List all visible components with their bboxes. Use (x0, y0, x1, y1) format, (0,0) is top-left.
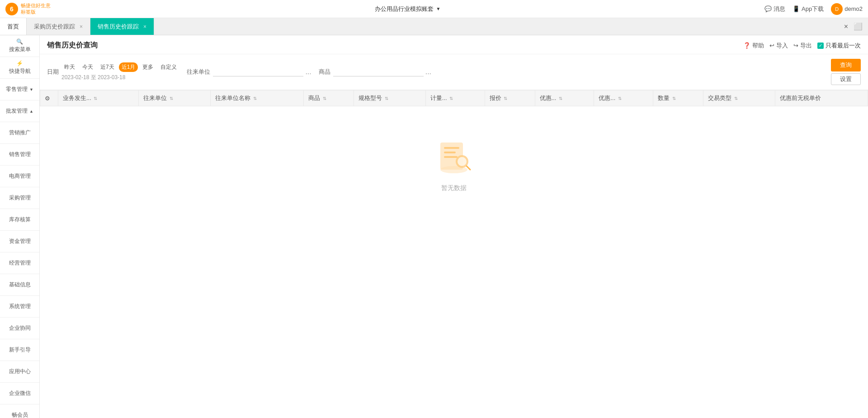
sort-icon-spec: ⇅ (385, 96, 388, 101)
purchase-tab-label: 采购历史价跟踪 (34, 23, 75, 31)
goods-dots-btn[interactable]: ... (425, 68, 431, 76)
sidebar-item-finance[interactable]: 资金管理 (0, 231, 39, 252)
svg-point-6 (458, 157, 467, 166)
import-icon: ↩ (769, 42, 774, 49)
table-col-discount1[interactable]: 优惠... ⇅ (535, 90, 594, 106)
sort-icon-goods: ⇅ (323, 96, 326, 101)
date-btn-1month[interactable]: 近1月 (119, 62, 138, 72)
sidebar-item-ecommerce[interactable]: 电商管理 (0, 166, 39, 187)
only-last-checkbox[interactable]: ✓ 只看最后一次 (817, 42, 861, 50)
svg-rect-4 (444, 156, 458, 158)
sidebar-item-sales-mgmt[interactable]: 销售管理 (0, 144, 39, 166)
sort-icon-unit: ⇅ (449, 96, 453, 101)
top-bar-right: 💬 消息 📱 App下载 D demo2 (764, 3, 863, 15)
settings-button[interactable]: 设置 (831, 73, 861, 85)
table-col-trade-type[interactable]: 交易类型 ⇅ (703, 90, 775, 106)
sidebar-item-marketing[interactable]: 营销推广 (0, 122, 39, 144)
sort-icon-quantity: ⇅ (672, 96, 676, 101)
message-btn[interactable]: 💬 消息 (764, 5, 785, 13)
message-icon: 💬 (764, 5, 772, 12)
partner-dots-btn[interactable]: ... (305, 68, 311, 76)
export-btn[interactable]: ↪ 导出 (793, 42, 812, 50)
date-btn-custom[interactable]: 自定义 (158, 62, 179, 72)
app-selector-arrow: ▼ (436, 6, 441, 11)
sort-icon-quote: ⇅ (504, 96, 507, 101)
date-btn-7days[interactable]: 近7天 (98, 62, 117, 72)
sidebar-item-basic[interactable]: 基础信息 (0, 274, 39, 296)
sort-icon-biz-date: ⇅ (94, 96, 97, 101)
main-area: 🔍 搜索菜单 ⚡ 快捷导航 零售管理 ▼ 批发管理 ▲ 营销推广 销售管理 电商… (0, 35, 868, 418)
table-col-settings[interactable]: ⚙ (40, 90, 58, 106)
table-col-goods[interactable]: 商品 ⇅ (304, 90, 354, 106)
sidebar-item-wholesale[interactable]: 批发管理 ▲ (0, 100, 39, 122)
table-col-quote[interactable]: 报价 ⇅ (485, 90, 535, 106)
tab-home[interactable]: 首页 (0, 18, 27, 35)
app-selector[interactable]: 办公用品行业模拟账套 ▼ (375, 5, 441, 13)
logo-icon: 6 (5, 3, 18, 15)
sidebar-item-wechat[interactable]: 企业微信 (0, 383, 39, 404)
goods-input[interactable] (333, 67, 424, 76)
goods-label: 商品 (319, 68, 330, 76)
purchase-tab-close[interactable]: × (80, 24, 83, 30)
home-tab-label: 首页 (7, 23, 19, 31)
date-btn-yesterday[interactable]: 昨天 (61, 62, 78, 72)
date-btn-today[interactable]: 今天 (80, 62, 96, 72)
tab-sales[interactable]: 销售历史价跟踪 × (90, 18, 154, 35)
user-area[interactable]: D demo2 (831, 3, 863, 15)
table-col-partner-code[interactable]: 往来单位 ⇅ (139, 90, 211, 106)
table-col-biz-date[interactable]: 业务发生... ⇅ (58, 90, 139, 106)
svg-rect-2 (444, 147, 459, 149)
top-bar: 6 畅捷信好生意 标签版 办公用品行业模拟账套 ▼ 💬 消息 📱 App下载 D… (0, 0, 868, 18)
page-header: 销售历史价查询 ❓ 帮助 ↩ 导入 ↪ 导出 ✓ 只看最后一次 (40, 35, 868, 54)
table-col-unit[interactable]: 计量... ⇅ (425, 90, 485, 106)
sort-icon-partner-code: ⇅ (170, 96, 173, 101)
table-col-no-tax-price[interactable]: 优惠前无税单价 (775, 90, 868, 106)
wholesale-arrow: ▲ (29, 109, 33, 114)
table-col-partner-name[interactable]: 往来单位名称 ⇅ (211, 90, 304, 106)
tab-fullscreen-btn[interactable]: ⬜ (854, 22, 863, 31)
sidebar-item-system[interactable]: 系统管理 (0, 296, 39, 318)
logo-area: 6 畅捷信好生意 标签版 (5, 3, 51, 15)
tab-purchase[interactable]: 采购历史价跟踪 × (27, 18, 90, 35)
sidebar-item-inventory[interactable]: 库存核算 (0, 209, 39, 231)
app-download-btn[interactable]: 📱 App下载 (793, 5, 824, 13)
help-icon: ❓ (743, 42, 750, 49)
sidebar-item-vip[interactable]: 畅会员 (0, 404, 39, 418)
date-btn-more[interactable]: 更多 (140, 62, 156, 72)
table-col-discount2[interactable]: 优惠... ⇅ (594, 90, 653, 106)
data-table: ⚙ 业务发生... ⇅ 往来单位 ⇅ 往来单位名称 ⇅ (40, 90, 868, 106)
sidebar-item-purchase-mgmt[interactable]: 采购管理 (0, 187, 39, 209)
sort-icon-discount2: ⇅ (618, 96, 622, 101)
tab-close-all-btn[interactable]: × (844, 23, 848, 31)
goods-filter-group: 商品 ... (319, 67, 431, 76)
tab-bar: 首页 采购历史价跟踪 × 销售历史价跟踪 × × ⬜ (0, 18, 868, 35)
tab-bar-actions: × ⬜ (839, 18, 868, 35)
partner-label: 往来单位 (187, 68, 210, 76)
avatar: D (831, 3, 843, 15)
import-btn[interactable]: ↩ 导入 (769, 42, 788, 50)
table-header-row: ⚙ 业务发生... ⇅ 往来单位 ⇅ 往来单位名称 ⇅ (40, 90, 868, 106)
page-title: 销售历史价查询 (47, 41, 98, 50)
date-filter-group: 日期 昨天 今天 近7天 近1月 更多 自定义 2023-02-18 至 202… (47, 62, 179, 81)
sidebar-item-app-center[interactable]: 应用中心 (0, 361, 39, 383)
sidebar-item-shortcut[interactable]: ⚡ 快捷导航 (0, 57, 39, 79)
date-range-display: 2023-02-18 至 2023-03-18 (61, 74, 179, 81)
table-col-quantity[interactable]: 数量 ⇅ (653, 90, 703, 106)
sidebar-item-operations[interactable]: 经营管理 (0, 252, 39, 274)
table-col-spec[interactable]: 规格型号 ⇅ (354, 90, 426, 106)
search-icon: 🔍 (16, 38, 23, 45)
sidebar-item-corp[interactable]: 企业协同 (0, 318, 39, 339)
goods-input-wrap: ... (333, 67, 431, 76)
sidebar-item-guide[interactable]: 新手引导 (0, 339, 39, 361)
sidebar-item-search[interactable]: 🔍 搜索菜单 (0, 35, 39, 57)
sidebar-item-retail[interactable]: 零售管理 ▼ (0, 79, 39, 100)
filter-actions: 查询 设置 (831, 59, 861, 85)
help-btn[interactable]: ❓ 帮助 (743, 42, 764, 50)
sidebar: 🔍 搜索菜单 ⚡ 快捷导航 零售管理 ▼ 批发管理 ▲ 营销推广 销售管理 电商… (0, 35, 40, 418)
empty-icon (431, 133, 476, 179)
query-button[interactable]: 查询 (831, 59, 861, 71)
sales-tab-close[interactable]: × (143, 24, 146, 30)
empty-text: 暂无数据 (441, 184, 467, 192)
retail-arrow: ▼ (29, 87, 33, 92)
partner-input[interactable] (213, 67, 303, 76)
